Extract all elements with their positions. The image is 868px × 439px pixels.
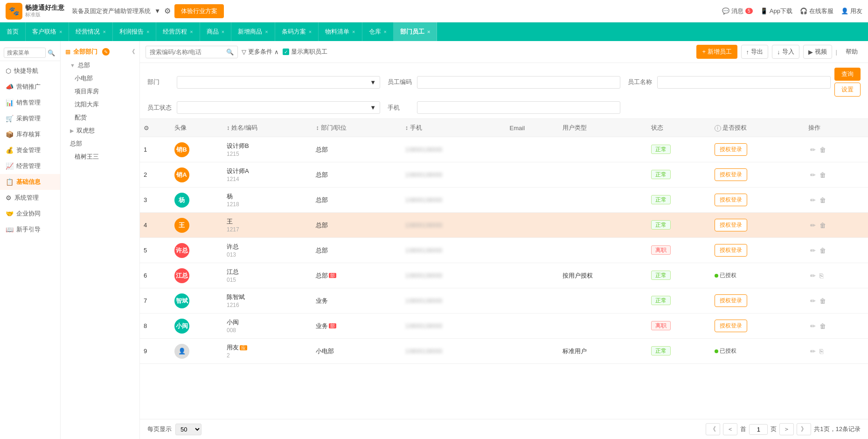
nav-tab-department[interactable]: 部门员工 ×	[394, 22, 437, 41]
th-phone[interactable]: ↕ 手机	[402, 119, 506, 137]
th-dept[interactable]: ↕ 部门/职位	[312, 119, 401, 137]
sidebar-item-finance[interactable]: 💰资金管理	[0, 142, 60, 158]
close-new-goods-icon[interactable]: ×	[265, 29, 268, 35]
th-settings[interactable]: ⚙	[140, 119, 171, 137]
sidebar-item-sales[interactable]: 📊销售管理	[0, 95, 60, 111]
auth-login-btn[interactable]: 授权登录	[715, 320, 747, 332]
sidebar-item-inventory[interactable]: 📦库存核算	[0, 126, 60, 142]
page-size-select[interactable]: 50 10 20 100	[175, 424, 201, 435]
nav-tab-history[interactable]: 经营历程 ×	[156, 22, 200, 41]
auth-login-btn[interactable]: 授权登录	[715, 219, 747, 231]
sidebar-item-quick-nav[interactable]: ⬡快捷导航	[0, 63, 60, 79]
edit-btn[interactable]: ✏	[808, 296, 818, 306]
import-btn[interactable]: ↓ 导入	[772, 45, 799, 59]
emp-name-input[interactable]	[657, 76, 831, 89]
auth-login-btn[interactable]: 授权登录	[715, 168, 747, 181]
next-page-btn[interactable]: ＞	[779, 423, 794, 435]
delete-btn[interactable]: 🗑	[818, 145, 828, 154]
page-input[interactable]	[749, 424, 768, 435]
search-btn[interactable]: 查询	[834, 68, 861, 81]
close-department-icon[interactable]: ×	[427, 29, 430, 35]
phone-input[interactable]	[417, 101, 620, 114]
show-resigned-checkbox[interactable]: ✓	[283, 49, 289, 55]
delete-btn[interactable]: 🗑	[818, 221, 828, 230]
more-conditions-btn[interactable]: ▽ 更多条件 ∧	[242, 48, 279, 56]
delete-btn[interactable]: 🗑	[818, 246, 828, 255]
gear-button[interactable]: ⚙	[164, 7, 171, 15]
emp-status-select[interactable]: ▼	[177, 101, 380, 114]
export-btn[interactable]: ↑ 导出	[741, 45, 769, 59]
nav-tab-customer[interactable]: 客户联络 ×	[26, 22, 69, 41]
all-dept-header[interactable]: ⊞ 全部部门 ✎ 《	[61, 45, 139, 59]
close-customer-icon[interactable]: ×	[59, 29, 62, 35]
delete-btn[interactable]: 🗑	[818, 296, 828, 306]
user-area[interactable]: 👤 用友	[841, 7, 862, 15]
message-btn[interactable]: 💬 消息 5	[722, 7, 753, 15]
last-page-btn[interactable]: 》	[797, 423, 811, 435]
copy-btn[interactable]: ⎘	[818, 347, 825, 356]
close-operation-icon[interactable]: ×	[103, 29, 105, 35]
dept-node-zongbu[interactable]: 总部	[61, 137, 139, 150]
dept-node-xiangmu[interactable]: 项目库房	[61, 85, 139, 98]
search-icon[interactable]: 🔍	[226, 49, 234, 56]
close-barcode-icon[interactable]: ×	[309, 29, 312, 35]
auth-login-btn[interactable]: 授权登录	[715, 143, 747, 156]
dept-node-zongbu-parent[interactable]: ▼ 总部	[61, 59, 139, 72]
system-dropdown-btn[interactable]: ▼	[154, 7, 160, 14]
online-service-btn[interactable]: 🎧 在线客服	[800, 7, 833, 15]
show-resigned-label[interactable]: ✓ 显示离职员工	[283, 48, 327, 56]
delete-btn[interactable]: 🗑	[818, 170, 828, 180]
edit-btn[interactable]: ✏	[808, 170, 818, 180]
nav-tab-barcode[interactable]: 条码方案 ×	[275, 22, 319, 41]
edit-btn[interactable]: ✏	[808, 347, 818, 356]
copy-btn[interactable]: ⎘	[818, 271, 825, 280]
dept-collapse-icon[interactable]: 《	[129, 48, 135, 56]
sidebar-item-marketing[interactable]: 📣营销推广	[0, 79, 60, 95]
auth-login-btn[interactable]: 授权登录	[715, 294, 747, 307]
view-btn[interactable]: ▶ 视频	[803, 45, 832, 59]
edit-btn[interactable]: ✏	[808, 195, 818, 205]
nav-tab-goods[interactable]: 商品 ×	[200, 22, 231, 41]
dept-node-xiaodian[interactable]: 小电部	[61, 72, 139, 85]
edit-btn[interactable]: ✏	[808, 321, 818, 331]
auth-login-btn[interactable]: 授权登录	[715, 194, 747, 206]
edit-btn[interactable]: ✏	[808, 221, 818, 230]
sidebar-item-guide[interactable]: 📖新手引导	[0, 222, 60, 237]
nav-tab-warehouse[interactable]: 仓库 ×	[362, 22, 394, 41]
sidebar-item-collab[interactable]: 🤝企业协同	[0, 206, 60, 222]
app-download-btn[interactable]: 📱 App下载	[760, 7, 792, 15]
employee-search-input[interactable]	[150, 46, 224, 58]
dept-node-shenyang[interactable]: 沈阳大库	[61, 98, 139, 111]
edit-btn[interactable]: ✏	[808, 246, 818, 255]
sidebar-item-basic-info[interactable]: 📋基础信息	[0, 174, 60, 190]
first-page-btn[interactable]: 《	[706, 423, 720, 435]
th-name[interactable]: ↕ 姓名/编码	[223, 119, 312, 137]
sidebar-search-icon[interactable]: 🔍	[48, 49, 55, 56]
close-warehouse-icon[interactable]: ×	[384, 29, 387, 35]
dept-filter-select[interactable]: ▼	[177, 76, 380, 89]
sidebar-item-management[interactable]: 📈经营管理	[0, 158, 60, 174]
sidebar-search-input[interactable]	[4, 48, 46, 58]
sidebar-item-purchase[interactable]: 🛒采购管理	[0, 111, 60, 126]
nav-tab-profit[interactable]: 利润报告 ×	[113, 22, 156, 41]
nav-tab-bom[interactable]: 物料清单 ×	[319, 22, 362, 41]
dept-edit-btn[interactable]: ✎	[102, 48, 110, 56]
nav-tab-new-goods[interactable]: 新增商品 ×	[231, 22, 275, 41]
prev-page-btn[interactable]: ＜	[723, 423, 737, 435]
edit-btn[interactable]: ✏	[808, 271, 818, 280]
emp-code-input[interactable]	[417, 76, 620, 89]
nav-tab-operation[interactable]: 经营情况 ×	[69, 22, 112, 41]
dept-node-zhishu[interactable]: 植树王三	[61, 150, 139, 163]
close-profit-icon[interactable]: ×	[146, 29, 149, 35]
close-goods-icon[interactable]: ×	[222, 29, 224, 35]
auth-login-btn[interactable]: 授权登录	[715, 244, 747, 257]
delete-btn[interactable]: 🗑	[818, 321, 828, 331]
add-employee-btn[interactable]: + 新增员工	[696, 45, 737, 59]
delete-btn[interactable]: 🗑	[818, 195, 828, 205]
setting-btn[interactable]: 设置	[834, 83, 861, 97]
edit-btn[interactable]: ✏	[808, 145, 818, 154]
dept-node-peihuo[interactable]: 配货	[61, 111, 139, 124]
nav-tab-home[interactable]: 首页	[0, 22, 26, 41]
close-history-icon[interactable]: ×	[190, 29, 193, 35]
sidebar-item-system[interactable]: ⚙系统管理	[0, 190, 60, 206]
